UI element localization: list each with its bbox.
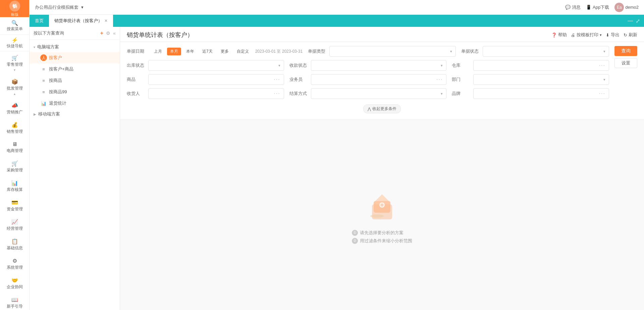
receiver-input[interactable]: ··· — [148, 88, 284, 99]
salesperson-input[interactable]: ··· — [311, 74, 447, 85]
bill-status-select[interactable]: ▾ — [483, 46, 609, 57]
by-goods-99-label: 按商品99 — [49, 89, 67, 95]
header-left: 办公用品行业模拟账套 ▾ — [35, 4, 84, 10]
sidebar-item-purchase[interactable]: 🛒 采购管理 — [0, 157, 29, 176]
filter-area: 单据日期 上月 本月 本年 近7天 更多 自定义 2023-03-01 至 20… — [120, 42, 644, 120]
sidebar-item-operations[interactable]: 📈 经营管理 — [0, 215, 29, 235]
sidebar-item-newbie[interactable]: 📖 新手引导 — [0, 293, 29, 310]
ecommerce-icon: 🖥 — [12, 141, 17, 147]
department-select[interactable]: ▾ — [473, 74, 609, 85]
tree-item-by-customer-goods[interactable]: ≡ 按客户+商品 — [30, 63, 120, 75]
date-btn-last-month[interactable]: 上月 — [151, 48, 165, 55]
out-status-label: 出库状态 — [127, 62, 146, 68]
payment-status-select[interactable]: ▾ — [311, 60, 447, 71]
app-download-label: App下载 — [593, 4, 609, 10]
bill-type-label: 单据类型 — [308, 48, 327, 54]
system-icon: ⚙ — [12, 258, 17, 264]
date-btn-this-month[interactable]: 本月 — [167, 48, 181, 55]
tree-parent-mobile[interactable]: ▶ 移动端方案 — [30, 109, 120, 119]
sidebar-item-search[interactable]: 🔍 搜索菜单 — [0, 17, 29, 35]
sidebar-item-wholesale[interactable]: 📦 批发管理 ▴ — [0, 75, 29, 99]
sidebar-item-basic-label: 基础信息 — [7, 245, 23, 251]
app-download-button[interactable]: 📱 App下载 — [586, 4, 609, 10]
date-btn-this-year[interactable]: 本年 — [183, 48, 197, 55]
sidebar-item-sales[interactable]: 💰 销售管理 — [0, 118, 29, 138]
goods-input[interactable]: ··· — [148, 74, 284, 85]
collapse-panel-button[interactable]: « — [113, 31, 116, 36]
tree-item-by-goods-99[interactable]: ≡ 按商品99 — [30, 86, 120, 98]
query-button[interactable]: 查询 — [614, 46, 637, 56]
username-label: demo2 — [625, 5, 639, 10]
sidebar-item-basic[interactable]: 📋 基础信息 — [0, 235, 29, 254]
tree-item-by-customer[interactable]: 人 按客户 — [30, 52, 120, 63]
message-button[interactable]: 💬 消息 — [565, 4, 581, 10]
receiver-label: 收货人 — [127, 91, 146, 97]
print-button[interactable]: 🖨 按模板打印 ▾ — [571, 32, 602, 38]
header-right: 💬 消息 📱 App下载 Ea demo2 — [565, 3, 639, 12]
message-label: 消息 — [572, 4, 581, 10]
sidebar-item-inventory[interactable]: 📊 库存核算 — [0, 176, 29, 196]
wholesale-icon: 📦 — [11, 79, 18, 85]
tab-close-icon[interactable]: ✕ — [104, 18, 108, 23]
industry-dropdown-icon[interactable]: ▾ — [81, 5, 84, 10]
sidebar-item-marketing[interactable]: 📣 营销推广 — [0, 99, 29, 118]
export-button[interactable]: ⬇ 导出 — [606, 32, 620, 38]
sidebar-item-system-label: 系统管理 — [7, 265, 23, 270]
warehouse-input[interactable]: ··· — [473, 60, 609, 71]
date-btn-more[interactable]: 更多 — [218, 48, 232, 55]
tree-item-by-goods[interactable]: ≡ 按商品 — [30, 75, 120, 86]
newbie-icon: 📖 — [11, 297, 18, 303]
goods-dots-icon: ··· — [274, 76, 280, 83]
by-goods-99-icon: ≡ — [40, 89, 47, 95]
bill-type-select[interactable]: ▾ — [329, 46, 456, 57]
content-area: 按以下方案查询 + ⚙ « ▾ 电脑端方案 人 按客户 — [30, 27, 644, 310]
tree-parent-pc[interactable]: ▾ 电脑端方案 — [30, 42, 120, 52]
date-btn-custom[interactable]: 自定义 — [234, 48, 252, 55]
sales-icon: 💰 — [11, 122, 18, 128]
settings-scheme-button[interactable]: ⚙ — [106, 31, 110, 36]
sidebar-item-finance[interactable]: 💳 资金管理 — [0, 196, 29, 215]
sidebar-item-retail[interactable]: 🛒 零售管理 ▾ — [0, 51, 29, 75]
sidebar-item-quick-nav[interactable]: ⚡ 快捷导航 — [0, 35, 29, 51]
settings-button[interactable]: 设置 — [614, 58, 637, 68]
left-panel-header: 按以下方案查询 + ⚙ « — [30, 27, 120, 40]
user-menu[interactable]: Ea demo2 — [614, 3, 639, 12]
by-customer-goods-label: 按客户+商品 — [49, 66, 73, 72]
tab-sales-stats[interactable]: 销货单统计表（按客户） ✕ — [49, 15, 113, 27]
collapse-button[interactable]: ⋀ 收起更多条件 — [363, 104, 401, 113]
wholesale-chevron: ▴ — [14, 92, 15, 96]
tree-arrow-mobile: ▶ — [34, 112, 36, 116]
help-button[interactable]: ❓ 帮助 — [551, 32, 567, 38]
sidebar-item-system[interactable]: ⚙ 系统管理 — [0, 254, 29, 274]
tree-item-return-stats[interactable]: 📊 退货统计 — [30, 98, 120, 109]
out-status-select[interactable]: ▾ — [148, 60, 284, 71]
receiver-dots-icon: ··· — [274, 91, 280, 97]
collapse-label: 收起更多条件 — [372, 106, 396, 112]
sidebar: 畅 标版 🔍 搜索菜单 ⚡ 快捷导航 🛒 零售管理 ▾ 📦 批发管理 ▴ 📣 营… — [0, 0, 30, 310]
finance-icon: 💳 — [11, 199, 18, 206]
by-customer-icon: 人 — [40, 54, 47, 61]
filter-row-1: 单据日期 上月 本月 本年 近7天 更多 自定义 2023-03-01 至 20… — [127, 46, 609, 57]
sidebar-item-wholesale-label: 批发管理 — [7, 86, 23, 91]
message-icon: 💬 — [565, 5, 571, 10]
sidebar-item-inventory-label: 库存核算 — [7, 187, 23, 193]
sidebar-item-enterprise[interactable]: 🤝 企业协同 — [0, 274, 29, 293]
minimize-button[interactable]: — — [628, 18, 633, 24]
maximize-button[interactable]: ⤢ — [636, 18, 640, 24]
left-panel-actions: + ⚙ « — [100, 30, 116, 36]
refresh-button[interactable]: ↻ 刷新 — [624, 32, 637, 38]
collapse-row: ⋀ 收起更多条件 — [127, 102, 637, 115]
date-range-text: 2023-03-01 至 2023-03-31 — [255, 49, 303, 54]
bill-status-dropdown-icon: ▾ — [603, 49, 605, 54]
out-status-dropdown-icon: ▾ — [278, 63, 280, 68]
payment-method-select[interactable]: ▾ — [311, 88, 447, 99]
payment-method-label: 结算方式 — [289, 91, 308, 97]
empty-tips: ① 请先选择要分析的方案 ② 用过滤条件来缩小分析范围 — [352, 230, 412, 246]
date-btn-7days[interactable]: 近7天 — [199, 48, 216, 55]
tab-home[interactable]: 首页 — [30, 15, 49, 27]
brand-input[interactable]: ··· — [473, 88, 609, 99]
sidebar-item-ecommerce[interactable]: 🖥 电商管理 — [0, 138, 29, 157]
add-scheme-button[interactable]: + — [100, 30, 103, 36]
svg-point-8 — [370, 214, 384, 218]
export-label: 导出 — [611, 32, 620, 38]
